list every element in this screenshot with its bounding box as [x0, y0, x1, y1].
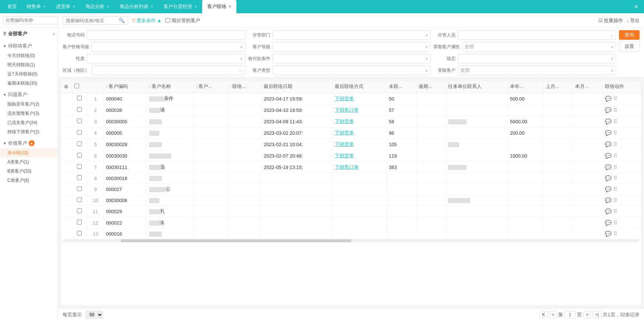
close-sales-icon[interactable]: × [43, 4, 46, 9]
more-conditions-btn[interactable]: ▽ 更多条件 ▲ [132, 17, 162, 24]
customer-level-select[interactable]: ∨ [272, 42, 431, 52]
status-select[interactable]: ∨ [458, 54, 616, 63]
last-way-link[interactable]: 下销货单 [335, 119, 354, 124]
chat-icon[interactable]: 💬 [605, 197, 611, 203]
sidebar-item-churn-warning[interactable]: 流失预警客户(3) [0, 109, 58, 118]
overdue-col-header[interactable]: 逾期... [416, 80, 446, 93]
close-contact-icon[interactable]: × [229, 4, 231, 9]
chat-icon[interactable]: 💬 [605, 107, 611, 113]
grid-action-icon[interactable]: ⠿ [613, 130, 617, 136]
row-checkbox[interactable] [77, 175, 82, 180]
sidebar-item-7days[interactable]: 近7天待联络(0) [0, 70, 58, 79]
row-checkbox[interactable] [77, 186, 82, 191]
chat-icon[interactable]: 💬 [605, 141, 611, 147]
last-contact-way[interactable]: 下销售订单 [332, 105, 387, 116]
checkbox-col[interactable] [72, 105, 87, 116]
sidebar-item-declining[interactable]: 持续下滑客户(2) [0, 127, 58, 137]
checkbox-col[interactable] [72, 127, 87, 139]
batch-op-btn[interactable]: ☑ 批量操作 [598, 17, 623, 24]
sidebar-item-class-a[interactable]: A类客户(1) [0, 158, 58, 167]
scrollbar-thumb[interactable] [121, 239, 351, 242]
grid-action-icon[interactable]: ⠿ [613, 141, 617, 147]
last-date-col-header[interactable]: 最后联络日期 [261, 80, 332, 93]
sidebar-item-ungroups[interactable]: 未分组(32) [0, 148, 58, 158]
pending-contact-group[interactable]: ▼ 待联络客户 [0, 41, 58, 51]
sidebar-item-class-c[interactable]: C类客户(6) [0, 176, 58, 185]
last-contact-way[interactable]: 下销货单 [332, 139, 387, 150]
row-checkbox[interactable] [77, 208, 82, 213]
grid-action-icon[interactable]: ⠿ [613, 186, 617, 192]
sidebar-item-today[interactable]: 今天待联络(0) [0, 51, 58, 60]
chat-icon[interactable]: 💬 [605, 231, 611, 237]
contact-person-col-header[interactable]: 往来单位联系人 [446, 80, 508, 93]
checkbox-col[interactable] [72, 150, 87, 162]
retail-attr-select[interactable]: 全部∨ [462, 42, 616, 52]
type-col-header[interactable]: : 客户... [194, 80, 228, 93]
tab-purchase[interactable]: 进货单 × [51, 0, 80, 13]
grid-action-icon[interactable]: ⠿ [613, 197, 617, 203]
value-customer-group[interactable]: ▼ 价值客户 ● [0, 138, 58, 148]
grid-action-icon[interactable]: ⠿ [613, 96, 617, 102]
sidebar-item-class-b[interactable]: B类客户(33) [0, 167, 58, 176]
uncontact-col-header[interactable]: 未联... [387, 80, 416, 93]
checkbox-col[interactable] [72, 195, 87, 206]
grid-action-icon[interactable]: ⠿ [613, 175, 617, 181]
grid-action-icon[interactable]: ⠿ [613, 220, 617, 226]
last-month-col-header[interactable]: 上月... [543, 80, 573, 93]
retail-customer-select[interactable]: 全部∨ [458, 66, 616, 75]
select-all-checkbox[interactable] [74, 84, 79, 88]
row-checkbox[interactable] [77, 197, 82, 202]
sidebar-item-lost[interactable]: 已流失客户(24) [0, 118, 58, 127]
search-button[interactable]: 查询 [619, 30, 640, 40]
dept-select[interactable]: ∨ [272, 30, 431, 40]
filter-search-input[interactable] [66, 18, 117, 23]
reset-button[interactable]: 设置 [619, 41, 640, 52]
home-tab[interactable]: 首页 [3, 0, 21, 13]
checkbox-col[interactable] [72, 162, 87, 173]
page-size-select[interactable]: 50 [85, 311, 103, 319]
first-page-btn[interactable]: K [539, 311, 548, 318]
nature-select[interactable]: ∨ [87, 54, 245, 63]
last-way-col-header[interactable]: 最后联络方式 [332, 80, 387, 93]
last-contact-way[interactable]: 下销货单 [332, 150, 387, 162]
chat-icon[interactable]: 💬 [605, 220, 611, 226]
problem-customer-group[interactable]: ▼ 问题客户 [0, 89, 58, 100]
row-checkbox[interactable] [77, 153, 82, 158]
prev-page-btn[interactable]: < [549, 311, 557, 318]
next-page-btn[interactable]: > [583, 311, 591, 318]
last-way-link[interactable]: 下销售订单 [335, 107, 359, 113]
last-way-link[interactable]: 下销售订单 [335, 164, 359, 170]
last-way-link[interactable]: 下销货单 [335, 141, 354, 147]
close-window-icon[interactable]: × [631, 3, 641, 11]
filter-search-icon[interactable]: 🔍 [119, 18, 125, 23]
chat-icon[interactable]: 💬 [605, 164, 611, 170]
phone-input[interactable] [87, 30, 245, 40]
chat-icon[interactable]: 💬 [605, 175, 611, 181]
checkbox-col[interactable] [72, 93, 87, 105]
chat-icon[interactable]: 💬 [605, 96, 611, 102]
page-number[interactable]: 1 [564, 311, 576, 318]
horizontal-scrollbar[interactable] [63, 239, 639, 242]
this-month-col-header[interactable]: 本月... [573, 80, 603, 93]
settings-col-header[interactable]: ⚙ [61, 80, 72, 93]
last-contact-way[interactable]: 下销货单 [332, 127, 387, 139]
tab-analysis[interactable]: 商品分析 × [80, 0, 115, 13]
grid-action-icon[interactable]: ⠿ [613, 208, 617, 214]
grid-action-icon[interactable]: ⠿ [613, 119, 617, 124]
grid-action-icon[interactable]: ⠿ [613, 164, 617, 170]
close-analysis-list-icon[interactable]: × [151, 4, 153, 9]
last-way-link[interactable]: 下销货单 [335, 96, 354, 101]
chat-icon[interactable]: 💬 [605, 208, 611, 214]
checkbox-col[interactable] [72, 229, 87, 239]
tab-customer-segment[interactable]: 客户分层经营 × [158, 0, 202, 13]
sidebar-item-hoarding[interactable]: 囤购异常客户(2) [0, 100, 58, 109]
close-analysis-icon[interactable]: × [107, 4, 109, 9]
row-checkbox[interactable] [77, 96, 82, 100]
payment-select[interactable]: ∨ [272, 54, 431, 63]
last-contact-way[interactable]: 下销售订单 [332, 162, 387, 173]
close-purchase-icon[interactable]: × [73, 4, 75, 9]
checkbox-col[interactable] [72, 206, 87, 217]
manager-input-more[interactable]: ··· [458, 30, 616, 40]
grid-action-icon[interactable]: ⠿ [613, 153, 617, 159]
checkbox-col[interactable] [72, 217, 87, 229]
